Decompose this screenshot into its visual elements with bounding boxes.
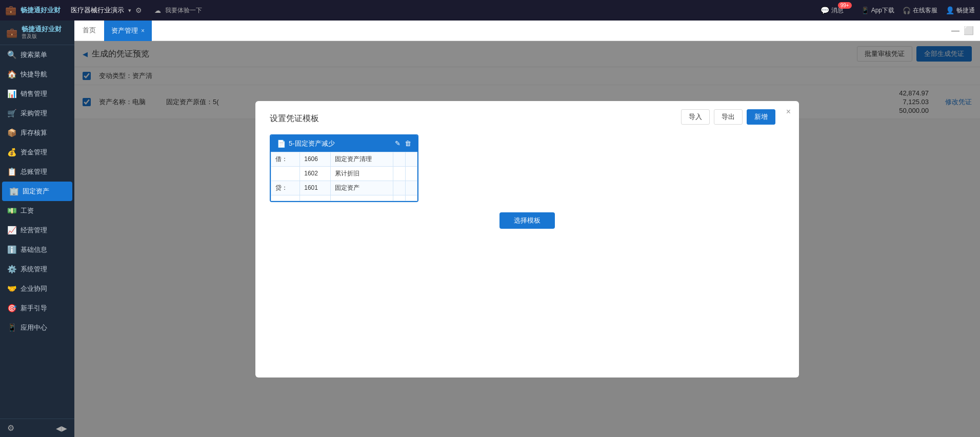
experience-text[interactable]: 我要体验一下 — [165, 6, 202, 15]
sidebar-item-inventory[interactable]: 📦 库存核算 — [0, 123, 74, 143]
template-cell-credit-4 — [405, 195, 417, 201]
app-icon: 📱 — [7, 323, 16, 332]
mobile-icon: 📱 — [861, 7, 869, 14]
sidebar-item-purchase[interactable]: 🛒 采购管理 — [0, 104, 74, 123]
sidebar-label-ledger: 总账管理 — [21, 167, 47, 176]
tab-active-label: 资产管理 — [111, 26, 138, 35]
sidebar-label-search: 搜索菜单 — [21, 50, 47, 59]
tab-minimize-icon[interactable]: — — [951, 26, 959, 35]
info-icon: ℹ️ — [7, 245, 16, 254]
template-cell-code-4 — [300, 195, 331, 201]
sidebar-bottom: ⚙ ◀▶ — [0, 419, 74, 437]
template-row-1: 借： 1606 固定资产清理 — [271, 152, 417, 166]
template-name: 5-固定资产减少 — [289, 139, 335, 148]
modal-overlay: 设置凭证模板 × 导入 导出 新增 — [74, 41, 980, 437]
sidebar-item-system[interactable]: ⚙️ 系统管理 — [0, 260, 74, 279]
template-cell-credit-3 — [405, 181, 417, 195]
import-button[interactable]: 导入 — [681, 109, 710, 125]
tab-home[interactable]: 首页 — [74, 21, 104, 41]
logo-icon: 💼 — [5, 5, 16, 16]
sidebar-item-fixed-assets[interactable]: 🏢 固定资产 — [2, 182, 72, 201]
tab-asset-management[interactable]: 资产管理 × — [104, 21, 152, 41]
template-cell-type-3: 贷： — [271, 181, 300, 195]
headset-icon: 🎧 — [903, 7, 911, 14]
export-button[interactable]: 导出 — [714, 109, 743, 125]
template-row-2: 1602 累计折旧 — [271, 166, 417, 181]
settings-gear-icon[interactable]: ⚙ — [135, 6, 142, 14]
template-cell-debit-4 — [393, 195, 405, 201]
sidebar-item-enterprise[interactable]: 🤝 企业协同 — [0, 279, 74, 299]
content-area: 首页 资产管理 × — ⬜ ◀ 生成的凭证预览 批量审核凭证 — [74, 21, 980, 437]
trend-icon: 📈 — [7, 226, 16, 235]
modal-close-button[interactable]: × — [786, 107, 791, 116]
dropdown-chevron-icon[interactable]: ▾ — [128, 7, 131, 14]
sidebar-label-purchase: 采购管理 — [21, 109, 47, 118]
top-bar: 💼 畅捷通好业财 医疗器械行业演示 ▾ ⚙ ☁ 我要体验一下 💬 消息 99+ … — [0, 0, 980, 21]
sidebar-item-business[interactable]: 📈 经营管理 — [0, 221, 74, 240]
tab-maximize-icon[interactable]: ⬜ — [964, 26, 974, 35]
template-cell-debit-1 — [393, 152, 405, 166]
template-card-actions: ✎ 🗑 — [395, 140, 411, 147]
sidebar-label-app-center: 应用中心 — [21, 323, 47, 332]
template-cell-code-1: 1606 — [300, 152, 331, 166]
sidebar-label-fixed-assets: 固定资产 — [23, 187, 49, 196]
building-icon: 🏢 — [9, 187, 18, 196]
sidebar-item-payroll[interactable]: 💵 工资 — [0, 201, 74, 221]
template-row-3: 贷： 1601 固定资产 — [271, 181, 417, 195]
app-download-label: App下载 — [871, 6, 894, 15]
sidebar-item-basic-info[interactable]: ℹ️ 基础信息 — [0, 240, 74, 260]
template-cell-debit-2 — [393, 166, 405, 181]
settings-bottom-icon[interactable]: ⚙ — [7, 423, 14, 433]
search-icon: 🔍 — [7, 50, 16, 59]
ledger-icon: 📋 — [7, 167, 16, 176]
new-template-button[interactable]: 新增 — [747, 109, 775, 125]
template-cell-credit-2 — [405, 166, 417, 181]
sidebar-item-sales[interactable]: 📊 销售管理 — [0, 84, 74, 104]
payroll-icon: 💵 — [7, 206, 16, 215]
sidebar-label-system: 系统管理 — [21, 265, 47, 274]
content-body: ◀ 生成的凭证预览 批量审核凭证 全部生成凭证 变动类型：资产清 资产名称：电脑 — [74, 41, 980, 437]
sidebar-item-ledger[interactable]: 📋 总账管理 — [0, 162, 74, 182]
edit-icon: ✎ — [395, 140, 401, 147]
template-row-4 — [271, 195, 417, 201]
sidebar-item-search[interactable]: 🔍 搜索菜单 — [0, 45, 74, 65]
online-service-button[interactable]: 🎧 在线客服 — [903, 6, 937, 15]
sidebar-logo-sub: 普及版 — [22, 33, 62, 40]
sidebar-item-quick-nav[interactable]: 🏠 快捷导航 — [0, 65, 74, 84]
template-edit-button[interactable]: ✎ — [395, 140, 401, 147]
sidebar-label-sales: 销售管理 — [21, 89, 47, 98]
app-download-button[interactable]: 📱 App下载 — [861, 6, 894, 15]
template-cell-name-2: 累计折旧 — [331, 166, 393, 181]
handshake-icon: 🤝 — [7, 284, 16, 293]
sidebar-logo-main: 畅捷通好业财 — [22, 25, 62, 33]
template-cell-credit-1 — [405, 152, 417, 166]
template-delete-button[interactable]: 🗑 — [405, 140, 411, 147]
cloud-icon: ☁ — [154, 7, 161, 14]
template-cell-name-4 — [331, 195, 393, 201]
collapse-icon[interactable]: ◀▶ — [56, 424, 67, 432]
template-cell-name-3: 固定资产 — [331, 181, 393, 195]
sidebar-item-guide[interactable]: 🎯 新手引导 — [0, 299, 74, 318]
top-bar-center: 医疗器械行业演示 ▾ ⚙ ☁ 我要体验一下 — [61, 6, 821, 15]
template-cell-type-2 — [271, 166, 300, 181]
top-bar-right: 💬 消息 99+ 📱 App下载 🎧 在线客服 👤 畅捷通 — [821, 6, 975, 15]
template-cell-name-1: 固定资产清理 — [331, 152, 393, 166]
select-template-button[interactable]: 选择模板 — [499, 212, 555, 229]
tab-home-label: 首页 — [83, 26, 96, 35]
user-profile-button[interactable]: 👤 畅捷通 — [946, 6, 975, 15]
close-icon: × — [786, 107, 791, 116]
username-label: 畅捷通 — [956, 6, 975, 15]
system-icon: ⚙️ — [7, 265, 16, 274]
template-card: 📄 5-固定资产减少 ✎ 🗑 — [270, 134, 418, 202]
app-container: 💼 畅捷通好业财 医疗器械行业演示 ▾ ⚙ ☁ 我要体验一下 💬 消息 99+ … — [0, 0, 980, 437]
sidebar-item-funds[interactable]: 💰 资金管理 — [0, 143, 74, 162]
messages-button[interactable]: 💬 消息 99+ — [821, 6, 844, 15]
home-icon: 🏠 — [7, 70, 16, 79]
sidebar-item-app-center[interactable]: 📱 应用中心 — [0, 318, 74, 337]
sidebar-label-quick-nav: 快捷导航 — [21, 70, 47, 79]
target-icon: 🎯 — [7, 304, 16, 313]
cart-icon: 🛒 — [7, 109, 16, 118]
tab-close-icon[interactable]: × — [141, 27, 145, 34]
tab-bar: 首页 资产管理 × — ⬜ — [74, 21, 980, 41]
template-cell-type-1: 借： — [271, 152, 300, 166]
